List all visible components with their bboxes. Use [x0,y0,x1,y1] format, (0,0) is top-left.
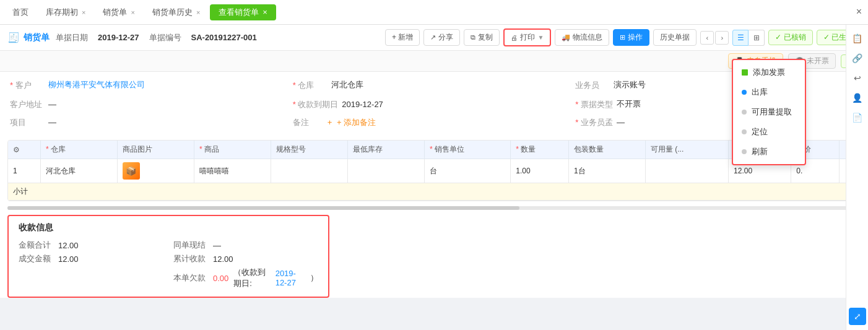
tab-history[interactable]: 销货单历史 × [145,2,207,22]
grid-view-button[interactable]: ⊞ [749,30,765,46]
tab-sales-label: 销货单 [103,7,127,18]
cumulative-receipt-value: 12.00 [213,254,233,264]
toolbar-right: + 新增 ↗ 分享 ⧉ 复制 🖨 打印 ▼ 🚚 物流信息 ⊞ 操作 [385,28,861,46]
sold-status-label: 已核销 [784,33,806,41]
address-label: 客户地址 [10,99,45,110]
tab-inventory-label: 库存期初 [46,7,78,18]
payment-grid: 金额合计 12.00 成交金额 12.00 同单现结 — 累计收款 12.00 [19,238,318,290]
dropdown-available-qty-label: 可用量提取 [752,106,792,118]
tab-history-label: 销货单历史 [152,7,193,18]
payment-col-left: 金额合计 12.00 成交金额 12.00 [19,238,163,290]
history-button[interactable]: 历史单据 [653,29,697,46]
cumulative-receipt-label: 累计收款 [173,253,208,264]
dropdown-outbound-label: 出库 [752,87,768,98]
same-order-settlement-value: — [213,241,221,250]
col-image: 商品图片 [117,141,194,159]
tab-bar: 首页 库存期初 × 销货单 × 销货单历史 × 查看销货单 × × [0,0,868,25]
transaction-amount-row: 成交金额 12.00 [19,252,163,266]
sidebar-history-icon[interactable]: ↩ [849,69,866,87]
next-record-button[interactable]: › [715,31,729,45]
form-row-1: 客户 柳州粤港平安气体有限公司 仓库 河北仓库 业务员 演示账号 [10,78,858,92]
dropdown-item-outbound[interactable]: 出库 [733,82,805,102]
share-button[interactable]: ↗ 分享 [423,29,460,46]
salesperson2-label: 业务员孟 [575,117,613,128]
amount-total-value: 12.00 [58,241,79,250]
tab-view-sales[interactable]: 查看销货单 × [210,4,276,20]
dropdown-item-invoice[interactable]: 添加发票 [733,63,805,82]
ticket-type-label: 票据类型 [575,99,613,110]
form-row-3: 项目 — 备注 + + 添加备注 业务员孟 — [10,116,858,129]
operation-button[interactable]: ⊞ 操作 [613,29,649,46]
tab-sales[interactable]: 销货单 × [95,2,142,22]
col-min-stock: 最低库存 [348,141,425,159]
right-sidebar: 📋 🔗 ↩ 👤 📄 ⤢ [846,25,868,303]
doc-number-value: SA-20191227-001 [191,33,257,42]
dropdown-item-locate[interactable]: 定位 [733,122,805,142]
scroll-thumb [7,206,519,210]
dropdown-item-refresh[interactable]: 刷新 [733,142,805,162]
doc-meta: 单据日期 2019-12-27 单据编号 SA-20191227-001 [56,32,257,43]
col-settings[interactable]: ⚙ [8,141,40,159]
settings-icon[interactable]: ⚙ [13,145,20,154]
note-field: 备注 + + 添加备注 [293,117,576,128]
sidebar-doc-icon[interactable]: 📋 [849,30,866,47]
prev-record-button[interactable]: ‹ [700,31,714,45]
add-note-button[interactable]: + + 添加备注 [328,117,376,128]
tab-home[interactable]: 首页 [5,2,36,22]
row-pack-qty: 1台 [568,159,645,183]
doc-number-label: 单据编号 [149,32,181,43]
col-warehouse: 仓库 [40,141,117,159]
row-available [645,159,728,183]
cumulative-receipt-row: 累计收款 12.00 [173,252,318,266]
tab-sales-close[interactable]: × [131,9,134,16]
sold-status-badge: ✓ 已核销 [768,30,812,45]
tab-view-sales-close[interactable]: × [263,7,267,17]
tab-inventory-close[interactable]: × [82,9,85,16]
view-toggle: ☰ ⊞ [732,30,765,46]
tab-home-label: 首页 [12,7,28,18]
copy-button-label: 复制 [478,32,493,43]
doc-type: 🧾 销货单 [7,32,50,43]
project-field: 项目 — [10,116,293,129]
sidebar-files-icon[interactable]: 📄 [849,109,866,126]
col-sales-unit: 销售单位 [425,141,511,159]
sidebar-link-icon[interactable]: 🔗 [849,50,866,67]
logistics-button[interactable]: 🚚 物流信息 [555,29,609,46]
project-label: 项目 [10,117,45,128]
nav-arrows: ‹ › [700,31,729,45]
invoice-icon [742,69,748,76]
warehouse-field: 仓库 河北仓库 [293,78,576,92]
address-field: 客户地址 — [10,98,293,111]
print-button[interactable]: 🖨 打印 ▼ [503,28,551,46]
operation-button-label: 操作 [628,32,643,43]
dropdown-item-available-qty[interactable]: 可用量提取 [733,102,805,122]
scroll-indicator[interactable] [7,206,861,210]
row-quantity: 1.00 [511,159,569,183]
col-available: 可用量 (... [645,141,728,159]
outbound-icon [742,90,747,95]
list-view-button[interactable]: ☰ [732,30,749,46]
not-opened-label: 未开票 [807,56,829,66]
sidebar-user-icon[interactable]: 👤 [849,89,866,106]
subtotal-row: 小计 [8,183,860,201]
row-warehouse: 河北仓库 [40,159,117,183]
subtotal-label: 小计 [8,183,860,201]
due-date-prefix: （收款到期日: [233,267,270,289]
payment-date-value: 2019-12-27 [338,98,387,111]
ticket-type-value: 不开票 [613,97,644,111]
window-close-button[interactable]: × [856,6,862,17]
address-value: — [45,98,60,111]
row-image: 📦 [117,159,194,183]
salesperson2-value: — [613,116,628,129]
row-min-stock [348,159,425,183]
transaction-amount-label: 成交金额 [19,253,53,264]
tab-inventory[interactable]: 库存期初 × [38,2,93,22]
add-button[interactable]: + 新增 [385,29,420,46]
customer-value[interactable]: 柳州粤港平安气体有限公司 [45,78,149,92]
available-qty-icon [742,110,747,115]
payment-title: 收款信息 [19,222,318,233]
same-order-settlement-row: 同单现结 — [173,238,318,252]
doc-date-label: 单据日期 [56,32,88,43]
copy-button[interactable]: ⧉ 复制 [464,29,500,46]
tab-history-close[interactable]: × [196,9,200,16]
